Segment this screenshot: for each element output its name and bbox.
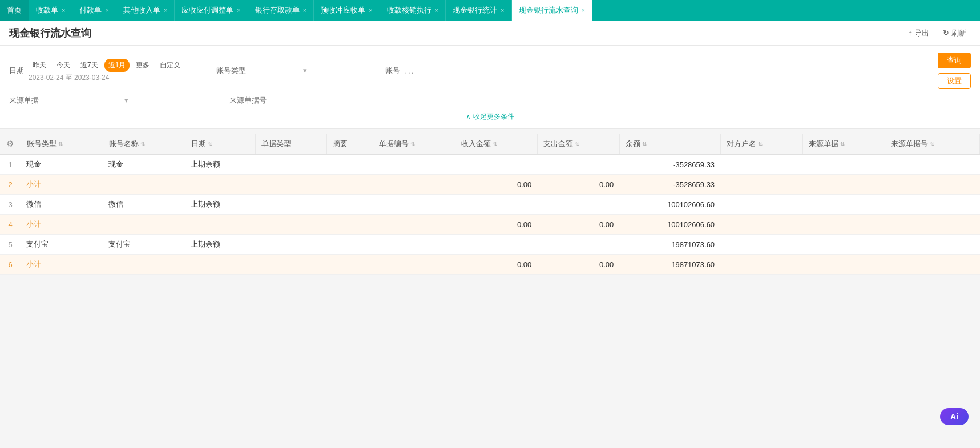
cell-account-type: 支付宝 xyxy=(21,235,103,255)
close-icon[interactable]: × xyxy=(369,7,372,14)
table-container: ⚙ 账号类型⇅ 账号名称⇅ 日期⇅ 单据类型 摘要 单据编号⇅ 收入金额⇅ xyxy=(0,134,980,275)
table-row: 4 小计 0.00 0.00 100102606.60 xyxy=(0,215,980,235)
filter-area: 日期 昨天 今天 近7天 近1月 更多 自定义 2023-02-24 至 202… xyxy=(0,46,980,129)
settings-button[interactable]: 设置 xyxy=(938,73,971,89)
nav-tab-prepay[interactable]: 预收冲应收单 × xyxy=(314,0,380,21)
date-btn-7days[interactable]: 近7天 xyxy=(76,59,102,72)
collapse-button[interactable]: ∧ 收起更多条件 xyxy=(9,112,971,122)
cell-source-doc-no xyxy=(885,255,979,275)
cell-doc-no xyxy=(373,195,455,215)
account-type-select[interactable]: ▾ xyxy=(251,65,353,76)
source-doc-select[interactable]: ▾ xyxy=(43,95,203,106)
nav-tab-adjustments[interactable]: 应收应付调整单 × xyxy=(175,0,248,21)
col-account-type[interactable]: 账号类型⇅ xyxy=(21,134,103,155)
close-icon[interactable]: × xyxy=(62,7,65,14)
cell-counterparty xyxy=(720,235,802,255)
cell-doc-type xyxy=(255,175,326,195)
table-header-row: ⚙ 账号类型⇅ 账号名称⇅ 日期⇅ 单据类型 摘要 单据编号⇅ 收入金额⇅ xyxy=(0,134,980,155)
cell-date xyxy=(185,175,255,195)
cell-income: 0.00 xyxy=(455,255,537,275)
nav-tab-bankdeposit[interactable]: 银行存取款单 × xyxy=(248,0,314,21)
cell-balance: 19871073.60 xyxy=(619,255,720,275)
cell-income xyxy=(455,195,537,215)
date-btn-1month[interactable]: 近1月 xyxy=(104,59,130,72)
date-btn-custom[interactable]: 自定义 xyxy=(156,59,184,72)
col-source-doc[interactable]: 来源单据⇅ xyxy=(802,134,885,155)
date-btn-yesterday[interactable]: 昨天 xyxy=(29,59,50,72)
cell-source-doc xyxy=(802,215,885,235)
sort-icon: ⇅ xyxy=(930,141,934,147)
nav-tab-qitasr[interactable]: 其他收入单 × xyxy=(116,0,175,21)
nav-tab-shoudan[interactable]: 收款单 × xyxy=(29,0,72,21)
cell-balance: 19871073.60 xyxy=(619,235,720,255)
close-icon[interactable]: × xyxy=(582,7,585,14)
source-doc-no-input[interactable] xyxy=(273,96,463,104)
cell-account-name xyxy=(103,255,185,275)
account-more-btn[interactable]: ... xyxy=(405,67,414,75)
date-range-display: 2023-02-24 至 2023-03-24 xyxy=(29,73,184,83)
cell-expense: 0.00 xyxy=(537,255,619,275)
col-balance[interactable]: 余额⇅ xyxy=(619,134,720,155)
gear-icon[interactable]: ⚙ xyxy=(6,139,14,148)
col-settings: ⚙ xyxy=(0,134,21,155)
cell-source-doc xyxy=(802,195,885,215)
account-type-filter: 账号类型 ▾ xyxy=(216,65,353,76)
col-expense[interactable]: 支出金额⇅ xyxy=(537,134,619,155)
close-icon[interactable]: × xyxy=(237,7,240,14)
query-button[interactable]: 查询 xyxy=(938,53,971,68)
row-num: 4 xyxy=(0,215,21,235)
refresh-button[interactable]: ↻ 刷新 xyxy=(938,26,971,41)
col-counterparty[interactable]: 对方户名⇅ xyxy=(720,134,802,155)
cell-account-name: 现金 xyxy=(103,154,185,175)
close-icon[interactable]: × xyxy=(303,7,306,14)
export-button[interactable]: ↑ 导出 xyxy=(904,26,934,41)
chevron-down-icon: ▾ xyxy=(124,96,201,104)
cell-summary xyxy=(327,255,373,275)
account-label: 账号 xyxy=(385,66,400,76)
cell-account-type: 微信 xyxy=(21,195,103,215)
cell-counterparty xyxy=(720,154,802,175)
cell-date: 上期余额 xyxy=(185,154,255,175)
col-summary: 摘要 xyxy=(327,134,373,155)
row-num: 3 xyxy=(0,195,21,215)
cell-source-doc xyxy=(802,255,885,275)
nav-home-label: 首页 xyxy=(7,5,22,15)
date-filter-label: 日期 xyxy=(9,66,24,76)
col-source-doc-no[interactable]: 来源单据号⇅ xyxy=(885,134,979,155)
date-btn-more[interactable]: 更多 xyxy=(132,59,154,72)
date-btn-today[interactable]: 今天 xyxy=(53,59,74,72)
cell-account-name xyxy=(103,215,185,235)
cell-expense xyxy=(537,195,619,215)
nav-home[interactable]: 首页 xyxy=(0,0,29,21)
close-icon[interactable]: × xyxy=(164,7,167,14)
cell-counterparty xyxy=(720,175,802,195)
cell-source-doc-no xyxy=(885,195,979,215)
cell-doc-no xyxy=(373,215,455,235)
nav-tab-cashstats[interactable]: 现金银行统计 × xyxy=(446,0,511,21)
filter-row-2: 来源单据 ▾ 来源单据号 xyxy=(9,95,971,106)
col-date[interactable]: 日期⇅ xyxy=(185,134,255,155)
action-buttons: 查询 设置 xyxy=(938,53,971,89)
nav-tab-cashflow[interactable]: 现金银行流水查询 × xyxy=(512,0,592,21)
cell-counterparty xyxy=(720,215,802,235)
cell-summary xyxy=(327,235,373,255)
cell-date: 上期余额 xyxy=(185,235,255,255)
nav-tab-verification[interactable]: 收款核销执行 × xyxy=(380,0,446,21)
header-actions: ↑ 导出 ↻ 刷新 xyxy=(904,26,971,41)
col-account-name[interactable]: 账号名称⇅ xyxy=(103,134,185,155)
col-income[interactable]: 收入金额⇅ xyxy=(455,134,537,155)
source-doc-no-filter: 来源单据号 xyxy=(229,95,465,106)
close-icon[interactable]: × xyxy=(501,7,504,14)
cell-date xyxy=(185,255,255,275)
cell-doc-type xyxy=(255,215,326,235)
cell-doc-no xyxy=(373,255,455,275)
filter-row-1: 日期 昨天 今天 近7天 近1月 更多 自定义 2023-02-24 至 202… xyxy=(9,53,971,89)
close-icon[interactable]: × xyxy=(435,7,438,14)
cell-source-doc xyxy=(802,175,885,195)
nav-tab-fudan[interactable]: 付款单 × xyxy=(72,0,116,21)
col-doc-no[interactable]: 单据编号⇅ xyxy=(373,134,455,155)
row-num: 6 xyxy=(0,255,21,275)
cell-summary xyxy=(327,154,373,175)
cell-source-doc-no xyxy=(885,175,979,195)
close-icon[interactable]: × xyxy=(105,7,108,14)
